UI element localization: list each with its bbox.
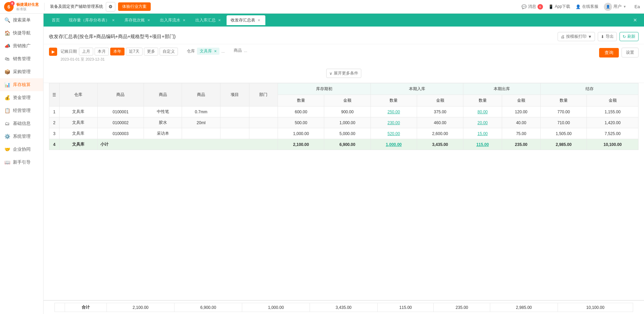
subtotal-row: 4 文具库 小计 2,100.00 6,900.00 1,000.00 3,43…: [49, 139, 639, 150]
tab-close-inout-flow[interactable]: ✕: [182, 18, 186, 22]
sidebar-label-inventory: 库存核算: [13, 82, 31, 88]
refresh-button[interactable]: ↻ 刷新: [620, 32, 639, 41]
print-button[interactable]: 🖨 按模板打印 ▼: [558, 32, 595, 41]
tab-close-batch[interactable]: ✕: [146, 18, 151, 22]
in-qty-link[interactable]: 230.00: [387, 120, 400, 125]
table-settings-icon[interactable]: ☰: [52, 93, 56, 97]
tab-inout-flow[interactable]: 出入库流水✕: [156, 15, 191, 25]
footer-in-qty: 1,000.00: [242, 303, 310, 312]
sidebar-item-system[interactable]: ⚙️ 系统管理: [0, 130, 43, 143]
system-settings-button[interactable]: ⚙: [106, 2, 115, 12]
th-open-amt: 金额: [324, 95, 370, 106]
app-logo: 6 6: [4, 2, 14, 12]
table-row: 1 文具库 0100001 中性笔 0.7mm 600.00 900.00 25…: [49, 106, 639, 117]
warehouse-tag-remove[interactable]: ✕: [214, 49, 217, 53]
table-row: 3 文具库 0100003 采访本 1,000.00 5,000.00 520.…: [49, 128, 639, 139]
sidebar-item-enterprise[interactable]: 🤝 企业协同: [0, 143, 43, 156]
message-badge: 6: [538, 4, 543, 10]
sidebar-icon-quick-nav: 🏠: [4, 30, 10, 36]
tab-label-inout-summary: 出入库汇总: [195, 17, 216, 23]
sidebar-label-sales: 销售管理: [13, 56, 31, 62]
sidebar-item-inventory[interactable]: 📊 库存核算: [0, 78, 43, 91]
sidebar-item-finance[interactable]: 💰 资金管理: [0, 91, 43, 104]
query-button[interactable]: 查询: [599, 48, 619, 57]
th-settings[interactable]: ☰: [49, 83, 60, 106]
message-button[interactable]: 💬 消息 6: [522, 4, 543, 10]
tab-bar-close-icon[interactable]: ✕: [630, 17, 640, 23]
top-bar-right: 💬 消息 6 📱 App下载 👤 在线客服 👤 用户 ▼ Ea: [522, 3, 640, 11]
tab-bar: 首页现存量（库存分布表）✕库存批次账✕出入库流水✕出入库汇总✕收发存汇总表✕ ✕: [44, 14, 644, 27]
app-title-line1: 畅捷通好生意: [16, 2, 39, 7]
date-btn-custom[interactable]: 自定义: [160, 48, 178, 55]
sidebar-item-purchase[interactable]: 📦 采购管理: [0, 65, 43, 78]
th-in-qty: 数量: [370, 95, 417, 106]
export-icon: ⬇: [601, 34, 604, 39]
date-btn-last-month[interactable]: 上月: [79, 48, 93, 55]
print-icon: 🖨: [561, 34, 565, 39]
filter-settings-button[interactable]: 设置: [622, 48, 639, 57]
footer-open-qty: 2,100.00: [107, 303, 175, 312]
sidebar-item-marketing[interactable]: 📣 营销推广: [0, 39, 43, 52]
footer-out-qty: 115.00: [377, 303, 434, 312]
user-info[interactable]: 👤 用户 ▼: [604, 3, 626, 11]
in-qty-link[interactable]: 520.00: [387, 131, 400, 136]
footer-out-amt: 235.00: [434, 303, 490, 312]
tab-recv-send[interactable]: 收发存汇总表✕: [227, 15, 265, 25]
goods-more-dots[interactable]: ...: [244, 48, 247, 53]
tab-close-recv-send[interactable]: ✕: [257, 18, 261, 22]
filter-expand-button[interactable]: ▶: [49, 48, 57, 56]
date-btn-this-year[interactable]: 本年: [110, 48, 125, 55]
sidebar-item-operations[interactable]: 📋 经营管理: [0, 104, 43, 117]
tab-batch[interactable]: 库存批次账✕: [120, 15, 155, 25]
footer-in-amt: 3,435.00: [310, 303, 377, 312]
th-in: 本期入库: [370, 83, 463, 95]
tab-close-stock-dist[interactable]: ✕: [111, 18, 116, 22]
th-bal-amt: 金额: [587, 95, 639, 106]
footer-open-amt: 6,900.00: [175, 303, 242, 312]
tab-close-inout-summary[interactable]: ✕: [217, 18, 222, 22]
sidebar-icon-sales: 🛍: [4, 56, 10, 62]
th-name: 商品: [144, 83, 182, 106]
th-warehouse: 仓库: [60, 83, 98, 106]
sidebar-label-finance: 资金管理: [13, 95, 31, 101]
sidebar-item-search[interactable]: 🔍 搜索菜单: [0, 14, 43, 27]
tab-home[interactable]: 首页: [48, 15, 64, 25]
sidebar-icon-system: ⚙️: [4, 133, 10, 139]
warehouse-more-dots[interactable]: ...: [221, 49, 225, 54]
out-qty-link[interactable]: 80.00: [477, 110, 488, 114]
export-button[interactable]: ⬇ 导出: [598, 32, 617, 41]
sidebar-item-quick-nav[interactable]: 🏠 快捷导航: [0, 27, 43, 39]
out-qty-link[interactable]: 15.00: [477, 131, 488, 136]
warehouse-tag: 文具库 ✕: [197, 48, 219, 55]
date-filter-label: 记账日期: [61, 49, 77, 54]
sidebar-item-basics[interactable]: 🗂 基础信息: [0, 117, 43, 130]
sidebar-icon-purchase: 📦: [4, 69, 10, 75]
date-btn-7days[interactable]: 近7天: [126, 48, 143, 55]
app-download-button[interactable]: 📱 App下载: [548, 4, 570, 10]
date-btn-this-month[interactable]: 本月: [95, 48, 109, 55]
table-footer: 合计 2,100.00 6,900.00 1,000.00 3,435.00 1…: [44, 300, 644, 314]
subtotal-in-qty[interactable]: 1,000.00: [386, 142, 402, 147]
sidebar-icon-inventory: 📊: [4, 82, 10, 88]
sidebar-item-sales[interactable]: 🛍 销售管理: [0, 52, 43, 65]
date-btn-more[interactable]: 更多: [144, 48, 158, 55]
system-name: 装备及固定资产辅助管理系统: [50, 4, 103, 10]
footer-bal-qty: 2,985.00: [490, 303, 558, 312]
expand-more-button[interactable]: ∨ 展开更多条件: [326, 69, 361, 78]
tab-inout-summary[interactable]: 出入库汇总✕: [191, 15, 226, 25]
subtotal-out-qty[interactable]: 115.00: [476, 142, 489, 147]
experience-btn[interactable]: 体验行业方案: [118, 2, 151, 11]
date-filter-buttons: 上月 本月 本年 近7天 更多 自定义: [79, 48, 178, 55]
table-row: 2 文具库 0100002 胶水 20ml 500.00 1,000.00 23…: [49, 117, 639, 128]
tab-label-batch: 库存批次账: [125, 17, 145, 23]
out-qty-link[interactable]: 20.00: [477, 120, 488, 125]
online-service-button[interactable]: 👤 在线客服: [576, 4, 598, 10]
th-out-qty: 数量: [463, 95, 502, 106]
sidebar-label-enterprise: 企业协同: [13, 146, 31, 152]
page-title: 收发存汇总表(按仓库+商品编码+商品+规格型号+项目+部门): [49, 34, 176, 40]
th-out: 本期出库: [463, 83, 541, 95]
tab-stock-dist[interactable]: 现存量（库存分布表）✕: [65, 15, 120, 25]
in-qty-link[interactable]: 250.00: [387, 110, 400, 114]
sidebar-item-guide[interactable]: 📖 新手引导: [0, 156, 43, 169]
th-bal-qty: 数量: [541, 95, 587, 106]
